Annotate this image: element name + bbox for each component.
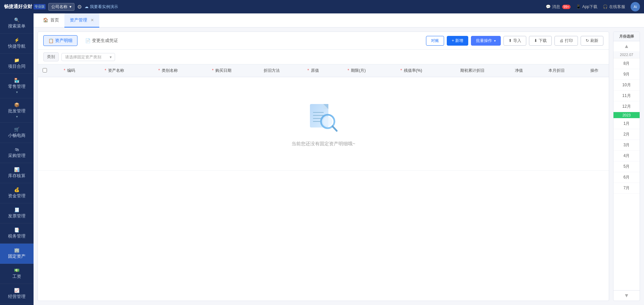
operation-icon: 📈 (14, 288, 19, 293)
sub-tab-asset-detail-label: 资产明细 (55, 38, 72, 44)
month-item-2023-6[interactable]: 6月 (613, 172, 640, 183)
th-asset-name: * 资产名称 (88, 64, 141, 77)
sub-tabs: 📋 资产明细 📄 变更生成凭证 对账 + 新增 批量操作 ▾ (38, 32, 609, 50)
close-tab-icon[interactable]: ✕ (91, 18, 94, 22)
th-net-value: 净值 (504, 64, 533, 77)
month-item-2023-4[interactable]: 4月 (613, 151, 640, 161)
sidebar-item-invoice[interactable]: 🧾 发票管理 (0, 203, 34, 223)
sidebar-item-batch-management[interactable]: 📦 批发管理 ▾ (0, 98, 34, 123)
cloud-icon: ☁ (85, 4, 89, 9)
print-button[interactable]: 🖨 打印 (554, 36, 578, 46)
th-residual-rate-label: 残值率(%) (404, 68, 422, 73)
company-selector[interactable]: 公司名称 ▾ (48, 3, 74, 11)
asset-table: * 编码 * 资产名称 * 类别名称 (38, 64, 609, 171)
tab-asset-management[interactable]: 资产管理 ✕ (64, 13, 99, 28)
refresh-icon: ↻ (586, 38, 589, 43)
app-name: 畅捷通好业财 (4, 4, 32, 10)
table-body: 当前您还没有固定资产明细哦~ (38, 77, 609, 171)
home-icon: 🏠 (43, 17, 48, 22)
category-filter-select[interactable]: 请选择固定资产类别 (61, 53, 115, 61)
month-item-11[interactable]: 11月 (613, 91, 640, 101)
sidebar-item-ecommerce[interactable]: 🛒 小畅电商 (0, 123, 34, 143)
chevron-down-icon: ▾ (69, 4, 71, 9)
import-button[interactable]: ⬆ 导入 (503, 36, 526, 46)
month-down-button[interactable]: ▼ (622, 292, 631, 299)
message-label: 消息 (552, 4, 560, 10)
add-button[interactable]: + 新增 (447, 36, 468, 46)
avatar[interactable]: Ai (631, 2, 640, 11)
sidebar-item-purchase[interactable]: 🛍 采购管理 (0, 143, 34, 163)
sidebar-item-project-contract[interactable]: 📁 项目合同 (0, 54, 34, 74)
month-item-2023-5[interactable]: 5月 (613, 161, 640, 172)
month-item-9[interactable]: 9月 (613, 69, 640, 80)
sidebar-label-fund: 资金管理 (8, 193, 25, 199)
inventory-icon: 📊 (14, 167, 19, 172)
sidebar-label-tax: 税务管理 (8, 233, 25, 239)
headset-icon: 🎧 (603, 4, 608, 9)
sidebar-item-salary[interactable]: 💵 工资 (0, 264, 34, 284)
app-download-label: App下载 (582, 4, 597, 10)
month-item-2023-2[interactable]: 2月 (613, 129, 640, 140)
month-item-12[interactable]: 12月 (613, 101, 640, 112)
sub-tab-asset-detail[interactable]: 📋 资产明细 (43, 35, 77, 46)
sidebar-item-inventory[interactable]: 📊 库存核算 (0, 163, 34, 183)
sidebar-item-quick-nav[interactable]: ⚡ 快捷导航 (0, 34, 34, 54)
table-wrap: * 编码 * 资产名称 * 类别名称 (38, 64, 609, 301)
sidebar-label-salary: 工资 (12, 273, 21, 279)
app-edition: 专业版 (34, 4, 46, 9)
sidebar-item-fund[interactable]: 💰 资金管理 (0, 183, 34, 203)
download-button[interactable]: ⬇ 下载 (529, 36, 552, 46)
change-voucher-icon: 📄 (85, 38, 91, 43)
sidebar-item-fixed-assets[interactable]: 🏢 固定资产 (0, 244, 34, 264)
month-list: 2022.07 8月 9月 10月 11月 12月 2023 1月 2月 3月 … (613, 51, 640, 290)
message-action[interactable]: 💬 消息 99+ (546, 4, 571, 10)
sidebar-label-fixed-assets: 固定资产 (8, 253, 25, 259)
reconcile-button[interactable]: 对账 (426, 36, 444, 46)
th-original-value: * 原值 (295, 64, 331, 77)
invoice-icon: 🧾 (14, 207, 19, 212)
batch-button-label: 批量操作 (476, 38, 492, 44)
year-2022-header: 2022.07 (613, 51, 640, 58)
sub-tab-change-voucher[interactable]: 📄 变更生成凭证 (80, 35, 123, 46)
th-code: * 编码 (51, 64, 88, 77)
app-download-action[interactable]: 📱 App下载 (576, 4, 597, 10)
empty-state: 当前您还没有固定资产明细哦~ (41, 81, 606, 167)
sidebar-item-retail-management[interactable]: 🏪 零售管理 ▾ (0, 74, 34, 98)
month-item-8[interactable]: 8月 (613, 58, 640, 69)
month-nav-top: ▲ (613, 41, 640, 51)
print-label: 打印 (565, 38, 573, 44)
required-mark: * (308, 68, 309, 73)
batch-button[interactable]: 批量操作 ▾ (471, 36, 501, 46)
sidebar-label-project-contract: 项目合同 (8, 63, 25, 69)
empty-message: 当前您还没有固定资产明细哦~ (291, 141, 355, 147)
refresh-button[interactable]: ↻ 刷新 (581, 36, 603, 46)
settings-icon[interactable]: ⚙ (77, 4, 82, 10)
month-item-2023-1[interactable]: 1月 (613, 118, 640, 129)
sidebar-label-search-menu: 搜索菜单 (8, 23, 25, 29)
th-purchase-date-label: 购买日期 (215, 68, 231, 73)
th-monthly-depreciation: 本月折旧 (533, 64, 580, 77)
tab-home[interactable]: 🏠 首页 (38, 13, 64, 28)
select-all-checkbox[interactable] (43, 68, 47, 72)
assets-icon: 🏢 (14, 248, 19, 253)
demo-link[interactable]: ☁ 我要看实例演示 (85, 4, 118, 10)
tab-asset-label: 资产管理 (70, 17, 87, 23)
category-filter-label: 类别 (43, 52, 59, 61)
month-up-button[interactable]: ▲ (622, 43, 631, 50)
import-label: 导入 (513, 38, 521, 44)
th-net-value-label: 净值 (515, 68, 523, 73)
required-mark: * (64, 68, 65, 73)
fund-icon: 💰 (14, 187, 19, 192)
sidebar-label-inventory: 库存核算 (8, 173, 25, 179)
online-service-action[interactable]: 🎧 在线客服 (603, 4, 625, 10)
month-item-10[interactable]: 10月 (613, 80, 640, 91)
asset-detail-icon: 📋 (48, 38, 54, 43)
sidebar-item-operation[interactable]: 📈 经营管理 (0, 284, 34, 304)
month-item-2023-7[interactable]: 7月 (613, 183, 640, 194)
sidebar-label-ecommerce: 小畅电商 (8, 133, 25, 139)
sidebar-item-search-menu[interactable]: 🔍 搜索菜单 (0, 13, 34, 34)
retail-icon: 🏪 (14, 78, 19, 83)
sidebar-item-tax[interactable]: 📑 税务管理 (0, 223, 34, 244)
month-item-2023-3[interactable]: 3月 (613, 140, 640, 151)
content-area: 🏠 首页 资产管理 ✕ 📋 资产明细 📄 变更 (34, 13, 644, 305)
